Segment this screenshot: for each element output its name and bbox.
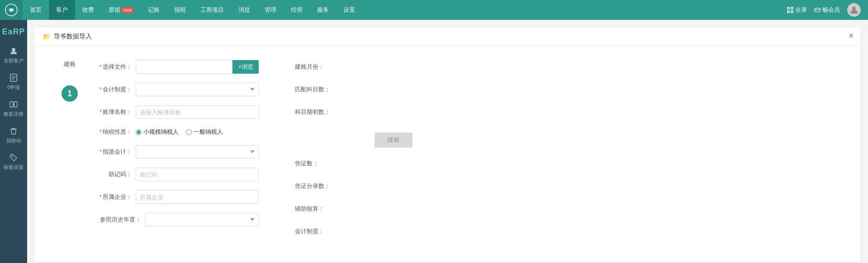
general-taxpayer-radio-text: 一般纳税人 — [194, 128, 223, 136]
svg-point-6 — [852, 7, 856, 10]
dialog-panel: 📁 导爷数据导入 × 建账 1 — [34, 27, 861, 262]
step-label: 建账 — [64, 60, 76, 68]
nav-customers[interactable]: 客户 — [49, 0, 75, 20]
assign-accountant-select[interactable] — [136, 145, 259, 159]
sidebar-item-declaration-label: 0申报 — [7, 84, 20, 91]
migrate-icon — [9, 100, 18, 109]
nav-bookkeeping[interactable]: 记账 — [141, 0, 167, 20]
form-container: 建账 1 *选择文件： — [34, 47, 861, 261]
import-icon: 📁 — [43, 33, 50, 40]
sidebar-item-declaration[interactable]: 0申报 — [1, 70, 26, 94]
voucher-count-row: 凭证数： — [295, 157, 413, 170]
mnemonic-label: 助记码： — [96, 170, 132, 178]
accounting-system-select[interactable] — [136, 83, 259, 96]
document-icon — [9, 73, 18, 82]
history-year-row: 参照历史年度： — [96, 213, 259, 226]
mnemonic-input[interactable] — [136, 168, 259, 181]
voucher-entries-row: 凭证分录数： — [295, 179, 413, 193]
sidebar-item-tags[interactable]: 标签设置 — [1, 150, 26, 174]
earp-logo-text: EaRP — [2, 24, 25, 41]
svg-point-7 — [12, 48, 15, 52]
file-input-group: +浏览 — [136, 60, 259, 74]
top-navigation: 首页 客户 收费 票据 new 记账 报税 工商项目 消息 管理 经营 服务 设… — [0, 0, 868, 20]
svg-point-14 — [12, 156, 13, 157]
small-scale-radio[interactable] — [136, 129, 142, 135]
ledger-name-row: *账簿名称： — [96, 105, 259, 119]
vip-label: 畅会员 — [822, 6, 840, 14]
nav-manage[interactable]: 管理 — [257, 0, 284, 20]
accounting-system-row: *会计制度： — [96, 83, 259, 96]
nav-tax[interactable]: 报税 — [167, 0, 193, 20]
browse-button[interactable]: +浏览 — [232, 60, 259, 74]
dialog-close-button[interactable]: × — [849, 32, 854, 40]
svg-rect-5 — [815, 8, 820, 12]
voucher-count-label: 凭证数： — [295, 160, 318, 168]
assign-accountant-label: *指派会计： — [96, 148, 132, 156]
svg-rect-1 — [787, 7, 789, 9]
small-scale-radio-label[interactable]: 小规模纳税人 — [136, 128, 179, 136]
nav-message[interactable]: 消息 — [231, 0, 257, 20]
user-avatar-icon — [849, 5, 859, 14]
build-account-button[interactable]: 建账 — [375, 132, 413, 148]
file-field-label: *选择文件： — [96, 63, 132, 71]
history-year-select[interactable] — [145, 213, 259, 226]
fullscreen-icon — [787, 7, 793, 13]
form-fields-right: 建账月份： 匹配科目数： 科目期初数： — [295, 60, 413, 247]
dialog-header: 📁 导爷数据导入 — [34, 27, 861, 47]
sidebar-item-all-customers[interactable]: 全部客户 — [1, 43, 26, 68]
nav-fees[interactable]: 收费 — [75, 0, 101, 20]
sidebar: EaRP 全部客户 0申报 账套迁移 — [0, 20, 27, 263]
general-taxpayer-radio-label[interactable]: 一般纳税人 — [186, 128, 223, 136]
avatar[interactable] — [847, 3, 861, 17]
nav-items: 首页 客户 收费 票据 new 记账 报税 工商项目 消息 管理 经营 服务 设… — [23, 0, 787, 20]
accounting-system-right-label: 会计制度： — [295, 227, 324, 235]
nav-operation[interactable]: 经营 — [284, 0, 310, 20]
tax-type-row: *纳税性质： 小规模纳税人 一般纳税人 — [96, 128, 259, 136]
sidebar-item-tags-label: 标签设置 — [4, 164, 24, 171]
svg-rect-12 — [10, 102, 13, 107]
sidebar-item-all-customers-label: 全部客户 — [4, 57, 24, 64]
main-layout: EaRP 全部客户 0申报 账套迁移 — [0, 20, 868, 263]
nav-home[interactable]: 首页 — [23, 0, 49, 20]
company-label: *所属企业： — [96, 193, 132, 201]
trash-icon — [9, 127, 18, 136]
subject-initial-row: 科目期初数： — [295, 105, 413, 119]
nav-tickets[interactable]: 票据 new — [101, 0, 141, 20]
sidebar-item-trash-label: 回收站 — [6, 137, 21, 144]
match-subjects-row: 匹配科目数： — [295, 83, 413, 96]
nav-right-area: 全屏 畅会员 — [787, 3, 868, 17]
build-month-row: 建账月份： — [295, 60, 413, 74]
fullscreen-label: 全屏 — [795, 6, 807, 14]
nav-settings[interactable]: 设置 — [336, 0, 362, 20]
dialog-title: 导爷数据导入 — [54, 33, 92, 41]
app-logo[interactable] — [0, 0, 23, 20]
tax-type-label: *纳税性质： — [96, 128, 132, 136]
aux-accounting-row: 辅助核算： — [295, 202, 413, 216]
new-badge: new — [122, 7, 133, 13]
file-input[interactable] — [136, 60, 232, 74]
history-year-label: 参照历史年度： — [96, 216, 141, 224]
small-scale-radio-text: 小规模纳税人 — [143, 128, 179, 136]
company-input[interactable] — [136, 190, 259, 204]
person-icon — [9, 47, 18, 56]
content-area: 📁 导爷数据导入 × 建账 1 — [27, 20, 868, 263]
company-row: *所属企业： — [96, 190, 259, 204]
vip-btn[interactable]: 畅会员 — [814, 6, 840, 14]
match-subjects-label: 匹配科目数： — [295, 85, 330, 94]
file-field-row: *选择文件： +浏览 — [96, 60, 259, 74]
sidebar-item-trash[interactable]: 回收站 — [1, 123, 26, 148]
fullscreen-btn[interactable]: 全屏 — [787, 6, 807, 14]
accounting-system-label: *会计制度： — [96, 85, 132, 94]
svg-rect-3 — [787, 11, 789, 13]
sidebar-item-migrate[interactable]: 账套迁移 — [1, 96, 26, 121]
sidebar-item-migrate-label: 账套迁移 — [4, 111, 24, 117]
ledger-name-input[interactable] — [136, 105, 259, 119]
nav-service[interactable]: 服务 — [310, 0, 336, 20]
vip-icon — [814, 7, 821, 13]
build-month-label: 建账月份： — [295, 63, 324, 71]
tax-type-radio-group: 小规模纳税人 一般纳税人 — [136, 128, 259, 136]
accounting-system-right-row: 会计制度： — [295, 225, 413, 238]
form-fields-left: *选择文件： +浏览 *会计制度： — [96, 60, 259, 247]
nav-business[interactable]: 工商项目 — [193, 0, 231, 20]
general-taxpayer-radio[interactable] — [186, 129, 192, 135]
